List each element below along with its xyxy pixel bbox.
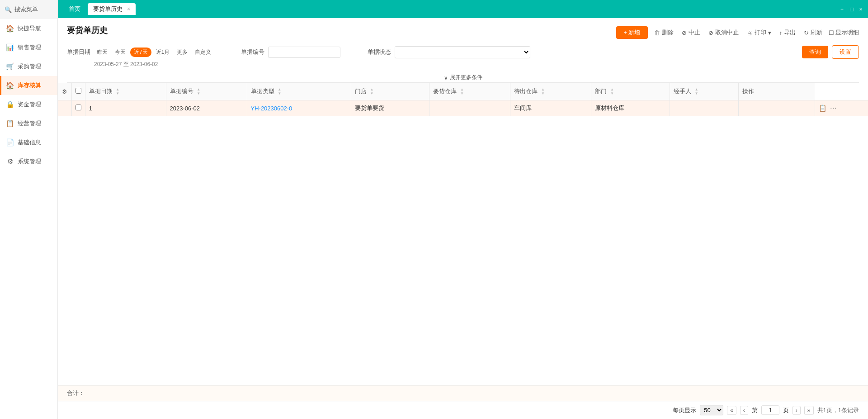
inventory-icon: 🏠	[6, 81, 14, 90]
row-action-cell: 📋 ⋯	[815, 100, 868, 116]
sidebar-search[interactable]: 🔍 搜索菜单	[0, 0, 57, 19]
col-action: 操作	[738, 83, 815, 100]
status-select[interactable]	[395, 46, 530, 58]
toolbar: + 新增 🗑 删除 ⊘ 中止 ⊘ 取消中止 🖨 打	[616, 24, 859, 42]
date-shortcut-yesterday[interactable]: 昨天	[94, 48, 110, 57]
sidebar-search-label: 搜索菜单	[14, 5, 38, 14]
sidebar-item-operation[interactable]: 📋 经营管理	[0, 114, 57, 133]
col-req-warehouse[interactable]: 要货仓库 ▲▼	[429, 83, 510, 100]
page-label-post: 页	[783, 406, 789, 414]
page-input[interactable]	[761, 405, 779, 415]
tab-active[interactable]: 要货单历史 ×	[88, 3, 136, 15]
delete-button[interactable]: 🗑 删除	[652, 28, 675, 38]
chevron-down-icon: ∨	[444, 75, 448, 81]
row-checkbox-cell[interactable]	[71, 100, 85, 116]
date-shortcut-1month[interactable]: 近1月	[153, 48, 173, 57]
table-wrapper: ⚙ 单据日期 ▲▼ 单据编号 ▲▼	[58, 83, 868, 385]
print-button[interactable]: 🖨 打印 ▾	[745, 28, 773, 38]
first-page-button[interactable]: «	[727, 406, 736, 415]
prev-page-button[interactable]: ‹	[740, 406, 748, 415]
new-button[interactable]: + 新增	[616, 26, 647, 39]
table-header-row: ⚙ 单据日期 ▲▼ 单据编号 ▲▼	[58, 83, 868, 100]
row-edit-icon[interactable]: 📋	[819, 105, 826, 112]
sidebar-item-basic-info[interactable]: 📄 基础信息	[0, 133, 57, 152]
expand-more-button[interactable]: ∨ 展开更多条件	[67, 71, 859, 82]
row-more-icon[interactable]: ⋯	[830, 105, 836, 112]
page-header: 要货单历史 + 新增 🗑 删除 ⊘ 中止 ⊘ 取消中止	[58, 18, 868, 83]
col-store-label: 门店	[355, 88, 367, 95]
col-department[interactable]: 部门 ▲▼	[591, 83, 670, 100]
filter-bar: 单据日期 昨天 今天 近7天 近1月 更多 自定义 单据编号	[67, 42, 859, 83]
col-bill-type[interactable]: 单据类型 ▲▼	[247, 83, 351, 100]
stop-icon: ⊘	[682, 29, 687, 36]
col-pending-warehouse[interactable]: 待出仓库 ▲▼	[510, 83, 591, 100]
clipboard-icon: 📋	[6, 119, 14, 128]
date-shortcut-more[interactable]: 更多	[174, 48, 190, 57]
export-button[interactable]: ↑ 导出	[778, 28, 798, 38]
bill-no-input[interactable]	[268, 47, 340, 58]
select-all-checkbox[interactable]	[75, 88, 81, 94]
window-close-button[interactable]: ×	[859, 6, 863, 13]
row-settings-cell	[58, 100, 71, 116]
date-shortcut-custom[interactable]: 自定义	[192, 48, 214, 57]
total-info: 共1页，1条记录	[817, 406, 859, 414]
sidebar-item-purchase[interactable]: 🛒 采购管理	[0, 57, 57, 76]
stop-button[interactable]: ⊘ 中止	[680, 28, 702, 38]
bill-no-link[interactable]: YH-20230602-0	[251, 105, 292, 112]
date-filter-label: 单据日期	[67, 48, 90, 56]
table-area: ⚙ 单据日期 ▲▼ 单据编号 ▲▼	[58, 83, 868, 401]
tab-home[interactable]: 首页	[63, 3, 86, 15]
col-date[interactable]: 单据日期 ▲▼	[85, 83, 166, 100]
sort-icons-bill-no: ▲▼	[197, 88, 200, 95]
last-page-button[interactable]: »	[804, 406, 814, 415]
next-page-button[interactable]: ›	[793, 406, 801, 415]
window-minimize-button[interactable]: －	[839, 5, 845, 13]
row-bill-no-cell[interactable]: YH-20230602-0	[247, 100, 351, 116]
print-dropdown-icon: ▾	[768, 29, 771, 36]
sort-icons-bill-type: ▲▼	[278, 88, 281, 95]
action-icons: 📋 ⋯	[819, 105, 864, 112]
sidebar-item-sales[interactable]: 📊 销售管理	[0, 38, 57, 57]
sidebar-item-quick-nav[interactable]: 🏠 快捷导航	[0, 19, 57, 38]
col-store[interactable]: 门店 ▲▼	[351, 83, 429, 100]
delete-icon: 🗑	[654, 29, 660, 36]
date-shortcut-today[interactable]: 今天	[112, 48, 128, 57]
tab-close-icon[interactable]: ×	[127, 6, 130, 12]
sidebar-item-finance[interactable]: 🔒 资金管理	[0, 95, 57, 114]
sidebar-item-label: 经营管理	[18, 119, 41, 128]
sort-icons-req-warehouse: ▲▼	[460, 88, 464, 95]
settings-button[interactable]: 设置	[832, 45, 859, 59]
row-checkbox[interactable]	[75, 105, 81, 110]
row-pending-warehouse-cell: 原材料仓库	[591, 100, 670, 116]
print-icon: 🖨	[747, 29, 753, 36]
date-shortcut-7days[interactable]: 近7天	[130, 48, 151, 57]
per-page-label: 每页显示	[673, 406, 696, 414]
table-footer: 合计：	[58, 385, 868, 401]
summary-label: 合计：	[67, 390, 85, 396]
date-range-text: 2023-05-27 至 2023-06-02	[94, 61, 158, 67]
col-pending-warehouse-label: 待出仓库	[514, 88, 538, 95]
query-button[interactable]: 查询	[802, 46, 828, 58]
refresh-button[interactable]: ↻ 刷新	[802, 28, 824, 38]
sidebar-item-label: 系统管理	[18, 157, 41, 166]
lock-icon: 🔒	[6, 100, 14, 109]
sidebar-item-inventory[interactable]: 🏠 库存核算	[0, 76, 57, 95]
sidebar: 🔍 搜索菜单 🏠 快捷导航 📊 销售管理 🛒 采购管理 🏠 库存核算 🔒 资金管…	[0, 0, 58, 419]
status-filter-group: 单据状态	[368, 46, 530, 58]
page-title: 要货单历史	[67, 25, 108, 36]
per-page-select[interactable]: 50 100	[700, 405, 723, 415]
col-bill-no[interactable]: 单据编号 ▲▼	[166, 83, 247, 100]
bill-no-filter-group: 单据编号	[241, 47, 340, 58]
sort-icons-pending-warehouse: ▲▼	[541, 88, 545, 95]
col-handler-label: 经手人	[674, 88, 691, 95]
window-maximize-button[interactable]: □	[850, 6, 854, 13]
col-checkbox[interactable]	[71, 83, 85, 100]
display-detail-button[interactable]: ☐ 显示明细	[829, 29, 859, 37]
sort-icons-department: ▲▼	[610, 88, 614, 95]
sidebar-item-label: 库存核算	[18, 81, 41, 90]
cancel-stop-button[interactable]: ⊘ 取消中止	[707, 28, 741, 38]
col-settings[interactable]: ⚙	[58, 83, 71, 100]
sidebar-item-system[interactable]: ⚙ 系统管理	[0, 152, 57, 171]
col-handler[interactable]: 经手人 ▲▼	[670, 83, 738, 100]
bill-no-label: 单据编号	[241, 48, 264, 56]
